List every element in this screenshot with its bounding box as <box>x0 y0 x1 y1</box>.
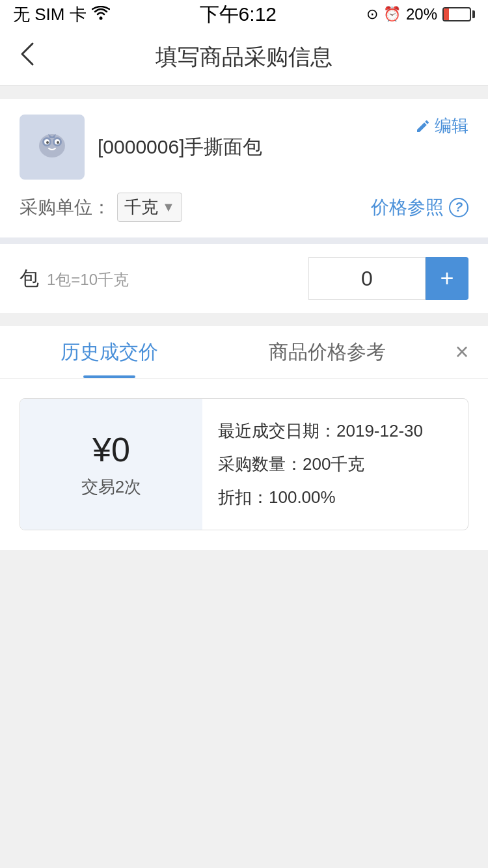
price-ref-label: 价格参照 <box>371 195 444 220</box>
tab-history-price[interactable]: 历史成交价 <box>0 326 218 378</box>
price-ref-button[interactable]: 价格参照 ? <box>371 195 468 220</box>
product-image <box>20 115 85 180</box>
alarm-icon: ⏰ <box>383 6 401 23</box>
qty-unit: 包 <box>20 265 39 292</box>
tab-history-price-label: 历史成交价 <box>61 339 158 366</box>
product-card: [0000006]手撕面包 编辑 采购单位： 千克 ▼ 价格参照 ? <box>0 99 488 237</box>
trade-count: 交易2次 <box>81 476 141 498</box>
discount-row: 折扣：100.00% <box>218 485 452 510</box>
tabs-header: 历史成交价 商品价格参考 × <box>0 326 488 379</box>
purchase-qty-label: 采购数量： <box>218 454 303 474</box>
quantity-left: 包 1包=10千克 <box>20 265 129 292</box>
unit-label: 采购单位： <box>20 195 111 220</box>
tab-content-history: ¥0 交易2次 最近成交日期：2019-12-30 采购数量：200千克 折扣：… <box>0 379 488 550</box>
battery-icon <box>442 7 475 21</box>
location-icon: ⊙ <box>366 6 378 23</box>
discount-label: 折扣： <box>218 487 269 507</box>
tab-active-indicator <box>83 375 135 378</box>
status-time: 下午6:12 <box>200 1 277 28</box>
price-card-left: ¥0 交易2次 <box>20 399 202 530</box>
status-right: ⊙ ⏰ 20% <box>366 5 475 23</box>
qty-hint: 1包=10千克 <box>47 269 129 290</box>
edit-button[interactable]: 编辑 <box>415 115 468 137</box>
tabs-container: 历史成交价 商品价格参考 × ¥0 交易2次 最近成交日期：2019-12-30… <box>0 326 488 550</box>
price-card-right: 最近成交日期：2019-12-30 采购数量：200千克 折扣：100.00% <box>202 399 468 530</box>
dropdown-arrow-icon: ▼ <box>162 200 175 215</box>
quantity-input[interactable]: 0 <box>308 257 426 300</box>
svg-point-6 <box>46 141 49 144</box>
product-unit-row: 采购单位： 千克 ▼ 价格参照 ? <box>20 193 468 222</box>
svg-point-0 <box>99 16 102 20</box>
svg-point-7 <box>57 141 59 144</box>
unit-value: 千克 <box>124 196 158 219</box>
wifi-icon <box>92 5 110 25</box>
recent-date-row: 最近成交日期：2019-12-30 <box>218 418 452 444</box>
recent-date-label: 最近成交日期： <box>218 421 336 441</box>
product-left: [0000006]手撕面包 <box>20 115 262 180</box>
carrier-text: 无 SIM 卡 <box>13 3 87 26</box>
section-divider <box>0 237 488 244</box>
product-header: [0000006]手撕面包 编辑 <box>20 115 468 180</box>
tab-price-ref-label: 商品价格参考 <box>269 339 386 366</box>
product-name: [0000006]手撕面包 <box>98 134 262 161</box>
tab-price-ref[interactable]: 商品价格参考 <box>218 326 436 378</box>
product-logo-icon <box>33 125 72 170</box>
price-card: ¥0 交易2次 最近成交日期：2019-12-30 采购数量：200千克 折扣：… <box>20 398 468 530</box>
unit-select[interactable]: 千克 ▼ <box>117 193 182 222</box>
status-left: 无 SIM 卡 <box>13 3 110 26</box>
back-button[interactable] <box>13 34 42 79</box>
page-title: 填写商品采购信息 <box>156 42 332 72</box>
quantity-plus-button[interactable]: + <box>426 257 468 300</box>
main-background <box>0 550 488 868</box>
quantity-right: 0 + <box>308 257 468 300</box>
nav-bar: 填写商品采购信息 <box>0 29 488 86</box>
battery-percentage: 20% <box>406 5 437 23</box>
price-amount: ¥0 <box>92 430 130 469</box>
purchase-qty-value: 200千克 <box>303 454 364 474</box>
info-icon: ? <box>449 198 468 217</box>
discount-value: 100.00% <box>269 487 336 507</box>
product-info: [0000006]手撕面包 <box>98 134 262 161</box>
recent-date-value: 2019-12-30 <box>336 421 423 441</box>
tabs-close-button[interactable]: × <box>436 326 488 378</box>
quantity-row: 包 1包=10千克 0 + <box>0 244 488 313</box>
status-bar: 无 SIM 卡 下午6:12 ⊙ ⏰ 20% <box>0 0 488 29</box>
unit-selector-group: 采购单位： 千克 ▼ <box>20 193 182 222</box>
purchase-qty-row: 采购数量：200千克 <box>218 452 452 477</box>
